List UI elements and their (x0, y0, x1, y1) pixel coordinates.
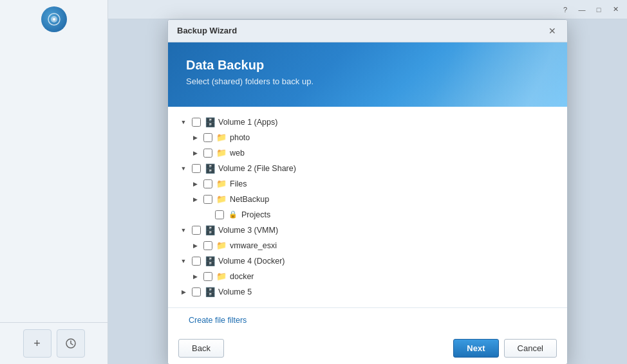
toggle-web[interactable] (190, 148, 200, 158)
create-filters-container: Create file filters (168, 308, 567, 332)
tree-item-volume3[interactable]: 🗄️ Volume 3 (VMM) (178, 223, 557, 238)
footer-right: Next Cancel (453, 339, 557, 358)
checkbox-web[interactable] (203, 149, 212, 158)
svg-point-2 (53, 18, 55, 21)
checkbox-vmware[interactable] (203, 241, 212, 250)
folder-icon-photo: 📁 (216, 132, 227, 143)
app-logo (41, 6, 67, 32)
checkbox-docker[interactable] (203, 272, 212, 281)
modal-titlebar: Backup Wizard ✕ (168, 20, 567, 42)
label-volume5: Volume 5 (218, 287, 252, 296)
label-projects: Projects (241, 210, 270, 219)
tree-item-vmware[interactable]: 📁 vmware_esxi (178, 238, 557, 253)
label-volume1: Volume 1 (Apps) (218, 118, 277, 127)
help-button[interactable]: ? (559, 3, 572, 16)
label-photo: photo (230, 133, 250, 142)
toggle-volume3[interactable] (178, 225, 189, 235)
toggle-photo[interactable] (190, 132, 200, 143)
toggle-volume1[interactable] (178, 117, 189, 127)
checkbox-volume1[interactable] (192, 118, 201, 127)
folder-icon-web: 📁 (216, 147, 227, 159)
modal-subheading: Select (shared) folders to back up. (186, 77, 549, 86)
sidebar-bottom: + (0, 322, 108, 364)
checkbox-volume2[interactable] (192, 164, 201, 173)
label-volume3: Volume 3 (VMM) (218, 226, 278, 235)
backup-wizard-modal: Backup Wizard ✕ Data Backup Select (shar… (167, 19, 568, 365)
footer-left: Back (178, 339, 453, 358)
label-netbackup: NetBackup (230, 195, 269, 204)
minimize-button[interactable]: — (576, 3, 588, 16)
db-icon-volume4: 🗄️ (204, 255, 216, 267)
tree-item-docker[interactable]: 📁 docker (178, 269, 557, 284)
sidebar: + (0, 0, 108, 364)
modal-close-button[interactable]: ✕ (547, 25, 558, 37)
maximize-button[interactable]: □ (592, 3, 605, 16)
tree-item-projects[interactable]: 🔒 Projects (178, 207, 557, 223)
tree-item-photo[interactable]: 📁 photo (178, 130, 557, 145)
toggle-netbackup[interactable] (190, 194, 200, 205)
label-docker: docker (230, 272, 254, 281)
topbar: ? — □ ✕ (108, 0, 627, 19)
checkbox-projects[interactable] (215, 210, 224, 219)
toggle-vmware[interactable] (190, 241, 200, 251)
tree-item-netbackup[interactable]: 📁 NetBackup (178, 192, 557, 207)
modal-heading: Data Backup (186, 58, 549, 73)
folder-icon-files: 📁 (216, 178, 227, 190)
checkbox-photo[interactable] (203, 133, 212, 142)
checkbox-volume4[interactable] (192, 257, 201, 266)
add-button[interactable]: + (23, 329, 51, 358)
toggle-files[interactable] (190, 179, 200, 189)
history-button[interactable] (57, 329, 85, 358)
db-icon-volume1: 🗄️ (204, 116, 216, 128)
checkbox-files[interactable] (203, 179, 212, 188)
tree-item-volume5[interactable]: 🗄️ Volume 5 (178, 284, 557, 300)
close-button[interactable]: ✕ (609, 3, 622, 16)
modal-footer: Back Next Cancel (168, 332, 567, 364)
toggle-volume4[interactable] (178, 256, 189, 266)
tree-item-volume1[interactable]: 🗄️ Volume 1 (Apps) (178, 114, 557, 130)
folder-icon-vmware: 📁 (216, 240, 227, 251)
checkbox-volume5[interactable] (192, 287, 201, 296)
db-icon-volume3: 🗄️ (204, 224, 216, 236)
tree-item-volume4[interactable]: 🗄️ Volume 4 (Docker) (178, 253, 557, 269)
tree-item-files[interactable]: 📁 Files (178, 176, 557, 192)
db-icon-volume5: 🗄️ (204, 286, 216, 298)
modal-overlay: Backup Wizard ✕ Data Backup Select (shar… (108, 19, 627, 364)
checkbox-volume3[interactable] (192, 226, 201, 235)
label-volume4: Volume 4 (Docker) (218, 257, 285, 266)
tree-item-web[interactable]: 📁 web (178, 145, 557, 161)
back-button[interactable]: Back (178, 339, 224, 358)
folder-icon-netbackup: 📁 (216, 194, 227, 205)
label-volume2: Volume 2 (File Share) (218, 164, 296, 173)
toggle-volume2[interactable] (178, 163, 189, 174)
db-icon-volume2: 🗄️ (204, 163, 216, 174)
modal-title: Backup Wizard (177, 26, 237, 35)
toggle-volume5[interactable] (178, 287, 189, 297)
label-vmware: vmware_esxi (230, 241, 277, 250)
modal-header: Data Backup Select (shared) folders to b… (168, 42, 567, 107)
desktop: + ? — □ ✕ Backup Wizard ✕ Data Backup (0, 0, 627, 364)
checkbox-netbackup[interactable] (203, 195, 212, 204)
next-button[interactable]: Next (453, 339, 498, 358)
lock-icon-projects: 🔒 (227, 209, 239, 221)
toggle-docker[interactable] (190, 271, 200, 282)
label-web: web (230, 149, 245, 158)
create-filters-link[interactable]: Create file filters (178, 311, 257, 330)
cancel-button[interactable]: Cancel (504, 339, 557, 358)
label-files: Files (230, 179, 247, 188)
folder-icon-docker: 📁 (216, 271, 227, 282)
modal-body: 🗄️ Volume 1 (Apps) 📁 photo 📁 web (168, 107, 567, 308)
tree-item-volume2[interactable]: 🗄️ Volume 2 (File Share) (178, 161, 557, 176)
